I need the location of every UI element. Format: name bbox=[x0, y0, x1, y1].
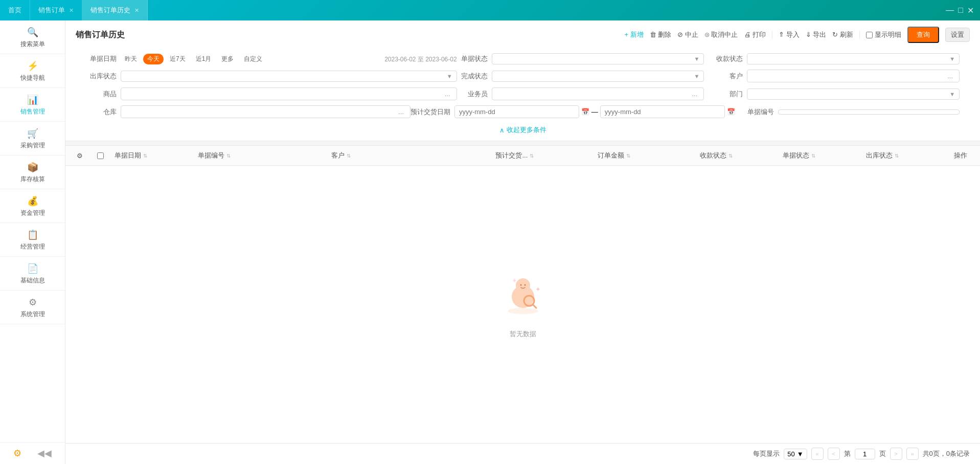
salesman-input[interactable]: ... bbox=[492, 87, 704, 100]
empty-illustration: ✦ ✦ bbox=[497, 270, 549, 321]
sidebar-basic-info-label: 基础信息 bbox=[20, 276, 45, 285]
delete-button[interactable]: 🗑 删除 bbox=[650, 30, 672, 39]
sidebar-item-purchase[interactable]: 🛒 采购管理 bbox=[0, 122, 65, 156]
svg-text:✦: ✦ bbox=[535, 285, 541, 293]
sidebar-item-quick-nav[interactable]: ⚡ 快捷导航 bbox=[0, 54, 65, 88]
out-status-select[interactable]: ▼ bbox=[121, 71, 457, 82]
page-number-input[interactable] bbox=[855, 449, 875, 459]
sidebar-collapse-icon[interactable]: ◀◀ bbox=[37, 448, 52, 459]
export-button[interactable]: ⇓ 导出 bbox=[806, 30, 827, 39]
date-custom[interactable]: 自定义 bbox=[240, 54, 266, 64]
settings-button[interactable]: 设置 bbox=[945, 28, 970, 42]
top-tabs: 首页 销售订单 ✕ 销售订单历史 ✕ bbox=[0, 0, 946, 20]
show-detail-checkbox[interactable]: 显示明细 bbox=[866, 30, 901, 39]
main-layout: 🔍 搜索菜单 ⚡ 快捷导航 📊 销售管理 🛒 采购管理 📦 库存核算 💰 资金管… bbox=[0, 20, 980, 464]
show-detail-label: 显示明细 bbox=[875, 30, 901, 39]
th-pay-status-label: 收款状态 bbox=[700, 151, 726, 160]
sidebar-item-system[interactable]: ⚙ 系统管理 bbox=[0, 291, 65, 324]
page-size-select[interactable]: 50 ▼ bbox=[784, 449, 807, 459]
delivery-date-calendar2[interactable]: 📅 bbox=[727, 108, 735, 116]
stop-button[interactable]: ⊘ 中止 bbox=[677, 30, 698, 39]
bill-no-input[interactable] bbox=[778, 109, 960, 115]
sidebar-item-sales[interactable]: 📊 销售管理 bbox=[0, 88, 65, 122]
show-detail-input[interactable] bbox=[866, 32, 873, 38]
filter-area: 单据日期 昨天 今天 近7天 近1月 更多 自定义 2023-06-02 bbox=[76, 49, 970, 141]
customer-label: 客户 bbox=[712, 72, 743, 81]
filter-bill-status: 单据状态 ▼ bbox=[457, 53, 704, 64]
complete-status-select[interactable]: ▼ bbox=[492, 71, 704, 82]
delivery-date-calendar1[interactable]: 📅 bbox=[581, 108, 589, 116]
payment-status-select[interactable]: ▼ bbox=[747, 53, 960, 64]
warehouse-dots[interactable]: ... bbox=[396, 108, 406, 116]
th-gear[interactable]: ⚙ bbox=[70, 152, 90, 160]
date-7days[interactable]: 近7天 bbox=[166, 54, 190, 64]
goods-dots[interactable]: ... bbox=[443, 90, 452, 98]
sidebar-item-basic-info[interactable]: 📄 基础信息 bbox=[0, 257, 65, 291]
cancel-stop-button[interactable]: ⊙ 取消中止 bbox=[704, 30, 738, 39]
filter-row-1: 单据日期 昨天 今天 近7天 近1月 更多 自定义 2023-06-02 bbox=[86, 53, 960, 64]
sidebar-item-finance[interactable]: 💰 资金管理 bbox=[0, 189, 65, 223]
th-pay-status[interactable]: 收款状态 ⇅ bbox=[696, 151, 779, 160]
import-button[interactable]: ⇑ 导入 bbox=[779, 30, 800, 39]
th-bill-status[interactable]: 单据状态 ⇅ bbox=[779, 151, 862, 160]
th-action-label: 操作 bbox=[954, 151, 967, 160]
th-out-status[interactable]: 出库状态 ⇅ bbox=[862, 151, 945, 160]
total-info: 共0页，0条记录 bbox=[923, 449, 970, 458]
maximize-icon[interactable]: □ bbox=[958, 6, 963, 15]
delivery-date-start[interactable] bbox=[454, 105, 579, 118]
select-all-checkbox[interactable] bbox=[97, 152, 104, 159]
bill-status-select[interactable]: ▼ bbox=[492, 53, 704, 64]
tab-sales-order-close[interactable]: ✕ bbox=[69, 7, 74, 14]
collapse-label: 收起更多条件 bbox=[507, 125, 546, 135]
th-customer[interactable]: 客户 ⇅ bbox=[327, 151, 492, 160]
date-yesterday[interactable]: 昨天 bbox=[121, 54, 141, 64]
close-window-icon[interactable]: ✕ bbox=[967, 6, 974, 15]
goods-input[interactable]: ... bbox=[121, 87, 457, 100]
table-area: ⚙ 单据日期 ⇅ 单据编号 ⇅ 客户 ⇅ 预计交货... bbox=[65, 145, 980, 443]
tab-home-label: 首页 bbox=[8, 6, 21, 15]
th-no[interactable]: 单据编号 ⇅ bbox=[194, 151, 327, 160]
sidebar-item-operations[interactable]: 📋 经营管理 bbox=[0, 223, 65, 257]
delivery-date-end[interactable] bbox=[600, 105, 725, 118]
out-status-label: 出库状态 bbox=[86, 72, 117, 81]
dept-select[interactable]: ▼ bbox=[747, 89, 960, 100]
customer-input[interactable]: ... bbox=[747, 70, 960, 82]
salesman-dots[interactable]: ... bbox=[690, 90, 699, 98]
refresh-button[interactable]: ↻ 刷新 bbox=[832, 30, 853, 39]
query-button[interactable]: 查询 bbox=[907, 27, 939, 43]
th-delivery-sort: ⇅ bbox=[530, 153, 534, 159]
customer-dots[interactable]: ... bbox=[945, 72, 955, 80]
date-more[interactable]: 更多 bbox=[217, 54, 238, 64]
delivery-date-dash: — bbox=[591, 108, 598, 116]
tab-sales-history[interactable]: 销售订单历史 ✕ bbox=[82, 0, 148, 20]
first-page-btn[interactable]: « bbox=[811, 448, 824, 460]
collapse-row[interactable]: ∧ 收起更多条件 bbox=[86, 123, 960, 135]
th-customer-label: 客户 bbox=[331, 151, 345, 160]
print-button[interactable]: 🖨 打印 bbox=[744, 30, 766, 39]
sidebar-settings-icon[interactable]: ⚙ bbox=[13, 448, 21, 459]
last-page-btn[interactable]: » bbox=[906, 448, 919, 460]
warehouse-input[interactable]: ... bbox=[121, 105, 411, 118]
sidebar-operations-label: 经营管理 bbox=[20, 242, 45, 251]
filter-dept: 部门 ▼ bbox=[712, 89, 960, 100]
th-check[interactable] bbox=[90, 152, 110, 159]
th-date[interactable]: 单据日期 ⇅ bbox=[110, 151, 194, 160]
minimize-icon[interactable]: — bbox=[946, 6, 954, 15]
page-size-value: 50 bbox=[787, 450, 794, 458]
tab-sales-history-close[interactable]: ✕ bbox=[134, 7, 139, 14]
next-page-btn[interactable]: > bbox=[890, 448, 902, 460]
tab-sales-order[interactable]: 销售订单 ✕ bbox=[30, 0, 82, 20]
sidebar-item-inventory[interactable]: 📦 库存核算 bbox=[0, 156, 65, 189]
sidebar-item-search[interactable]: 🔍 搜索菜单 bbox=[0, 20, 65, 54]
tab-home[interactable]: 首页 bbox=[0, 0, 30, 20]
date-range-group: 昨天 今天 近7天 近1月 更多 自定义 bbox=[121, 54, 266, 64]
date-1month[interactable]: 近1月 bbox=[192, 54, 216, 64]
dept-label: 部门 bbox=[712, 90, 743, 99]
th-amount[interactable]: 订单金额 ⇅ bbox=[594, 151, 696, 160]
date-today[interactable]: 今天 bbox=[143, 54, 164, 64]
payment-status-arrow: ▼ bbox=[949, 56, 955, 62]
new-button[interactable]: + 新增 bbox=[624, 30, 643, 39]
th-delivery[interactable]: 预计交货... ⇅ bbox=[491, 151, 594, 160]
prev-page-btn[interactable]: < bbox=[828, 448, 840, 460]
basic-info-icon: 📄 bbox=[27, 263, 38, 274]
